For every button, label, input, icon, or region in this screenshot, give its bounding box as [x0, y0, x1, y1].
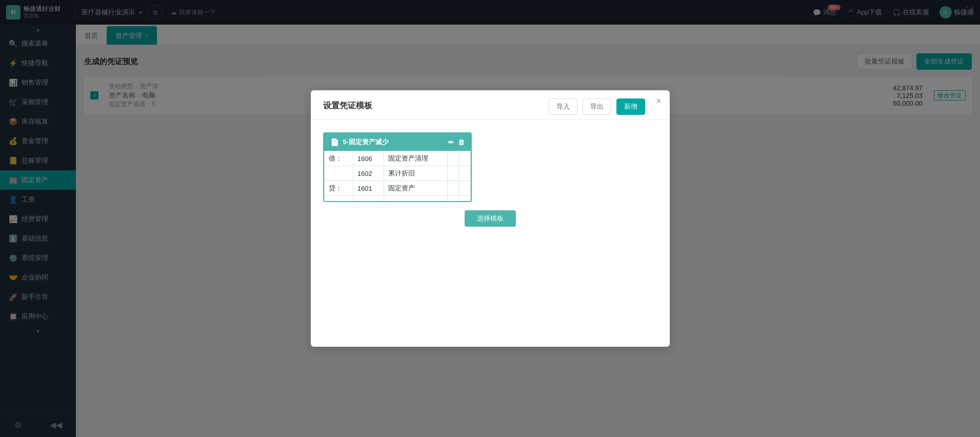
- code-cell: 1601: [353, 181, 384, 196]
- template-card-header: 📄 5-固定资产减少 ✏ 🗑: [324, 133, 471, 151]
- account-cell: [384, 196, 447, 202]
- dialog-overlay: 设置凭证模板 导入 导出 新增 × 📄 5-固定资产减少 ✏ 🗑: [0, 0, 980, 437]
- dialog-toolbar: 导入 导出 新增: [549, 98, 645, 115]
- table-row: 贷： 1601 固定资产: [324, 181, 470, 196]
- template-edit-button[interactable]: ✏: [448, 138, 454, 146]
- account-cell: 固定资产清理: [384, 151, 447, 166]
- account-cell: 固定资产: [384, 181, 447, 196]
- dialog-title: 设置凭证模板: [323, 101, 372, 110]
- template-table: 借： 1606 固定资产清理 1602 累计折旧 贷：: [324, 151, 471, 201]
- code-cell: 1602: [353, 166, 384, 181]
- side-cell: 贷：: [324, 181, 353, 196]
- table-row: [324, 196, 470, 202]
- table-row: 1602 累计折旧: [324, 166, 470, 181]
- export-button[interactable]: 导出: [583, 98, 611, 115]
- credit-cell: [459, 181, 470, 196]
- debit-cell: [448, 181, 459, 196]
- dialog-body: 📄 5-固定资产减少 ✏ 🗑 借： 1606 固定资产清理: [311, 120, 670, 239]
- template-delete-button[interactable]: 🗑: [458, 138, 465, 146]
- dialog-close-button[interactable]: ×: [656, 96, 662, 106]
- side-cell: [324, 196, 353, 202]
- account-cell: 累计折旧: [384, 166, 447, 181]
- dialog: 设置凭证模板 导入 导出 新增 × 📄 5-固定资产减少 ✏ 🗑: [311, 90, 670, 347]
- side-cell: [324, 166, 353, 181]
- credit-cell: [459, 151, 470, 166]
- table-row: 借： 1606 固定资产清理: [324, 151, 470, 166]
- debit-cell: [448, 196, 459, 202]
- credit-cell: [459, 196, 470, 202]
- new-button[interactable]: 新增: [616, 98, 645, 115]
- template-card-actions: ✏ 🗑: [448, 138, 465, 146]
- template-card-doc-icon: 📄: [330, 138, 339, 146]
- side-cell: 借：: [324, 151, 353, 166]
- debit-cell: [448, 166, 459, 181]
- code-cell: 1606: [353, 151, 384, 166]
- credit-cell: [459, 166, 470, 181]
- code-cell: [353, 196, 384, 202]
- import-button[interactable]: 导入: [549, 98, 577, 115]
- template-card: 📄 5-固定资产减少 ✏ 🗑 借： 1606 固定资产清理: [323, 132, 472, 202]
- debit-cell: [448, 151, 459, 166]
- template-card-name: 5-固定资产减少: [343, 137, 389, 147]
- select-template-button[interactable]: 选择模板: [465, 210, 516, 227]
